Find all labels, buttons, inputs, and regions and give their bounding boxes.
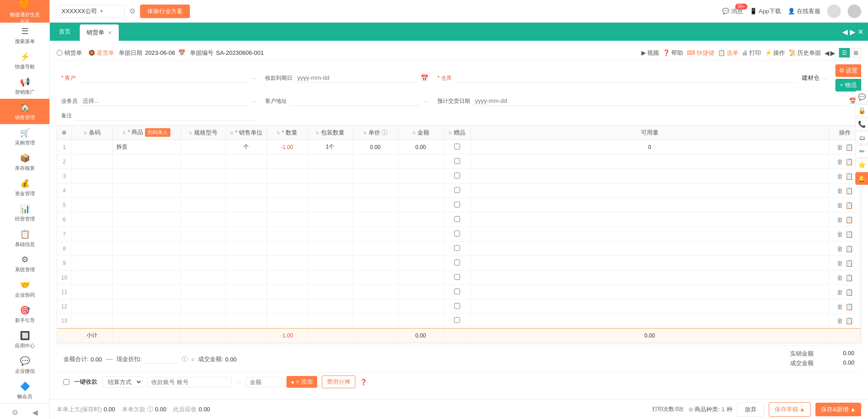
row-product-8[interactable] <box>112 241 180 256</box>
row-product-9[interactable] <box>112 256 180 270</box>
warehouse-input[interactable] <box>455 73 797 83</box>
company-selector[interactable]: XXXXXX公司 ▼ <box>57 5 125 18</box>
row-unit-price-13[interactable] <box>353 314 398 328</box>
sidebar-item-guide[interactable]: 🎯 新手引导 <box>0 302 49 327</box>
delivery-date-input[interactable] <box>473 96 846 106</box>
sidebar-item-appstore[interactable]: 🔲 应用中心 <box>0 327 49 352</box>
row-delete-icon-3[interactable]: 🗑 <box>837 173 843 180</box>
radio-sale-order[interactable]: 销货单 <box>57 49 82 57</box>
row-amount-10[interactable] <box>398 270 443 285</box>
sort-gift-icon[interactable]: ⇅ <box>448 130 452 135</box>
row-copy-icon-2[interactable]: 📋 <box>845 158 853 165</box>
sidebar-item-coop[interactable]: 🤝 企业协同 <box>0 276 49 302</box>
row-unit-price-2[interactable] <box>353 154 398 169</box>
gift-checkbox-10[interactable] <box>454 274 460 280</box>
row-gift-5[interactable] <box>443 198 470 212</box>
sidebar-item-finance[interactable]: 💰 资金管理 <box>0 175 49 200</box>
row-unit-price-4[interactable] <box>353 183 398 198</box>
row-barcode-1[interactable] <box>72 140 112 154</box>
row-spec-1[interactable] <box>180 140 226 154</box>
row-product-1[interactable]: 拆贡 <box>112 140 180 154</box>
row-pkg-qty-10[interactable] <box>307 270 353 285</box>
row-delete-icon-8[interactable]: 🗑 <box>837 245 843 252</box>
row-product-3[interactable] <box>112 169 180 183</box>
row-delete-icon-7[interactable]: 🗑 <box>837 231 843 238</box>
sort-pkg-icon[interactable]: ⇅ <box>315 130 319 135</box>
row-unit-1[interactable]: 个 <box>226 140 267 154</box>
settings-btn[interactable]: ⚙ 设置 <box>835 64 861 77</box>
row-product-5[interactable] <box>112 198 180 212</box>
notes-input[interactable] <box>75 111 256 120</box>
row-copy-icon-10[interactable]: 📋 <box>845 274 853 281</box>
row-gift-10[interactable] <box>443 270 470 285</box>
row-spec-6[interactable] <box>180 212 226 227</box>
grid-view-btn[interactable]: ⊞ <box>851 48 861 58</box>
row-copy-icon-5[interactable]: 📋 <box>845 202 853 209</box>
row-gift-3[interactable] <box>443 169 470 183</box>
row-qty-4[interactable] <box>267 183 307 198</box>
row-unit-4[interactable] <box>226 183 267 198</box>
row-spec-13[interactable] <box>180 314 226 328</box>
row-unit-2[interactable] <box>226 154 267 169</box>
due-date-calendar-icon[interactable]: 📅 <box>421 74 428 82</box>
gift-checkbox-11[interactable] <box>454 289 460 294</box>
row-unit-price-9[interactable] <box>353 256 398 270</box>
sidebar-item-marketing[interactable]: 📢 营销推广 <box>0 73 49 99</box>
row-barcode-10[interactable] <box>72 270 112 285</box>
row-pkg-qty-8[interactable] <box>307 241 353 256</box>
customer-input[interactable] <box>78 73 248 83</box>
row-qty-10[interactable] <box>267 270 307 285</box>
tab-sales-order[interactable]: 销货单 ✕ <box>80 24 119 41</box>
row-unit-price-6[interactable] <box>353 212 398 227</box>
sort-barcode-icon[interactable]: ⇅ <box>83 130 87 135</box>
row-pkg-qty-6[interactable] <box>307 212 353 227</box>
radio-sale-input[interactable] <box>57 50 63 56</box>
th-settings[interactable]: ⚙ <box>57 125 72 140</box>
row-qty-9[interactable] <box>267 256 307 270</box>
row-copy-icon-11[interactable]: 📋 <box>845 289 853 296</box>
sort-unit-icon[interactable]: ⇅ <box>230 130 233 135</box>
row-barcode-7[interactable] <box>72 227 112 241</box>
sidebar-item-inventory[interactable]: 📦 库存核算 <box>0 149 49 175</box>
row-gift-4[interactable] <box>443 183 470 198</box>
row-pkg-qty-1[interactable]: 1个 <box>307 140 353 154</box>
row-unit-8[interactable] <box>226 241 267 256</box>
row-delete-icon-9[interactable]: 🗑 <box>837 260 843 267</box>
row-delete-icon-12[interactable]: 🗑 <box>837 303 843 310</box>
row-spec-7[interactable] <box>180 227 226 241</box>
sort-spec-icon[interactable]: ⇅ <box>189 130 192 135</box>
row-amount-9[interactable] <box>398 256 443 270</box>
discount-input[interactable] <box>144 355 180 364</box>
row-unit-3[interactable] <box>226 169 267 183</box>
video-btn[interactable]: ▶ 视频 <box>641 49 659 57</box>
tab-nav-left-icon[interactable]: ◀ <box>842 28 848 36</box>
row-amount-1[interactable]: 0.00 <box>398 140 443 154</box>
row-pkg-qty-13[interactable] <box>307 314 353 328</box>
row-pkg-qty-2[interactable] <box>307 154 353 169</box>
row-pkg-qty-5[interactable] <box>307 198 353 212</box>
gift-checkbox-2[interactable] <box>454 158 460 164</box>
row-unit-price-12[interactable] <box>353 299 398 314</box>
discard-btn[interactable]: 放弃 <box>737 402 764 417</box>
row-barcode-11[interactable] <box>72 285 112 299</box>
row-barcode-6[interactable] <box>72 212 112 227</box>
row-product-4[interactable] <box>112 183 180 198</box>
row-amount-7[interactable] <box>398 227 443 241</box>
row-unit-6[interactable] <box>226 212 267 227</box>
row-qty-8[interactable] <box>267 241 307 256</box>
messages-btn[interactable]: 💬 消息 99+ <box>722 7 743 15</box>
close-all-tabs-icon[interactable]: ✕ <box>858 28 863 36</box>
row-gift-8[interactable] <box>443 241 470 256</box>
row-delete-icon-1[interactable]: 🗑 <box>837 144 843 151</box>
gift-checkbox-3[interactable] <box>454 173 460 178</box>
settings-gear-icon[interactable]: ⚙ <box>129 7 136 15</box>
row-barcode-12[interactable] <box>72 299 112 314</box>
radio-return-order[interactable]: 退货单 <box>89 49 114 57</box>
row-delete-icon-13[interactable]: 🗑 <box>837 317 843 324</box>
row-unit-11[interactable] <box>226 285 267 299</box>
sidebar-item-search[interactable]: ☰ 搜索菜单 <box>0 23 49 48</box>
fee-split-btn[interactable]: 费用分摊 <box>322 376 355 388</box>
row-gift-12[interactable] <box>443 299 470 314</box>
sidebar-item-basic[interactable]: 📋 基础信息 <box>0 226 49 251</box>
row-barcode-3[interactable] <box>72 169 112 183</box>
